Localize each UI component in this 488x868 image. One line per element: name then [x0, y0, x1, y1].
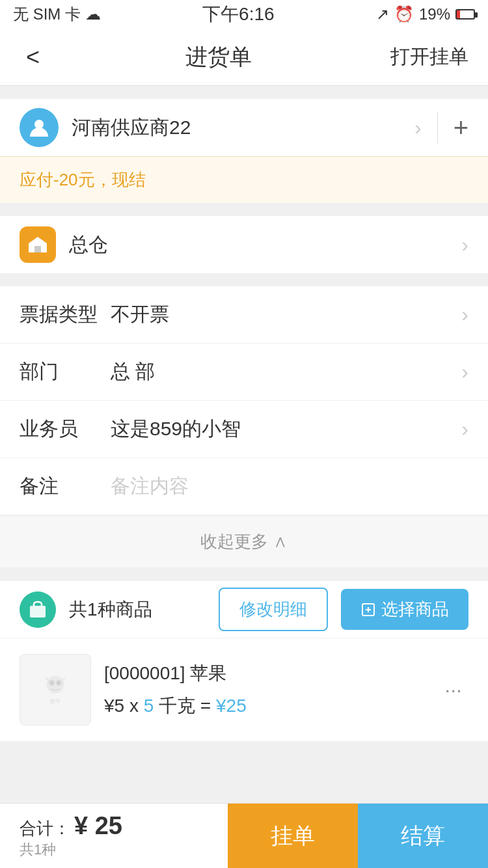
total-amount: ¥ 25	[74, 812, 122, 840]
ticket-type-label: 票据类型	[20, 301, 111, 328]
equals-sign: =	[200, 696, 216, 716]
supplier-divider	[437, 111, 438, 144]
product-section-icon	[20, 591, 56, 628]
salesman-chevron-icon: ›	[461, 417, 468, 441]
svg-point-6	[47, 676, 64, 694]
svg-rect-1	[34, 246, 41, 252]
edit-detail-button[interactable]: 修改明细	[219, 588, 328, 631]
location-icon: ↗	[376, 5, 389, 23]
svg-rect-2	[30, 606, 46, 617]
supplier-notice: 应付-20元，现结	[0, 156, 488, 203]
supplier-name[interactable]: 河南供应商22	[72, 115, 414, 141]
product-count: 共1种商品	[69, 597, 206, 622]
salesman-row[interactable]: 业务员 这是859的小智 ›	[0, 401, 488, 458]
department-row[interactable]: 部门 总 部 ›	[0, 344, 488, 401]
product-thumbnail: 督牛	[20, 654, 91, 726]
product-pricing: ¥5 x 5 千克 = ¥25	[104, 694, 425, 718]
hang-order-button[interactable]: 挂单	[228, 804, 358, 868]
status-bar: 无 SIM 卡 ☁ 下午6:16 ↗ ⏰ 19%	[0, 0, 488, 29]
warehouse-row[interactable]: 总仓 ›	[0, 216, 488, 273]
status-right: ↗ ⏰ 19%	[376, 5, 475, 23]
salesman-value: 这是859的小智	[111, 416, 461, 442]
svg-point-0	[34, 120, 44, 129]
total-sub: 共1种	[20, 840, 208, 860]
ticket-type-chevron-icon: ›	[461, 303, 468, 327]
select-product-button[interactable]: 选择商品	[341, 589, 468, 630]
status-left: 无 SIM 卡 ☁	[13, 4, 101, 25]
section-gap-4	[0, 567, 488, 580]
form-section: 票据类型 不开票 › 部门 总 部 › 业务员 这是859的小智 › 备注 备注…	[0, 286, 488, 515]
section-gap-3	[0, 273, 488, 286]
product-info: [0000001] 苹果 ¥5 x 5 千克 = ¥25	[104, 661, 425, 718]
total-price: ¥25	[216, 696, 247, 716]
svg-point-10	[57, 681, 61, 685]
section-gap-2	[0, 203, 488, 216]
salesman-label: 业务员	[20, 416, 111, 442]
ticket-type-value: 不开票	[111, 301, 461, 328]
status-time: 下午6:16	[202, 2, 275, 27]
supplier-chevron-icon: ›	[414, 116, 422, 140]
section-gap-1	[0, 86, 488, 99]
battery-icon	[455, 9, 475, 20]
department-chevron-icon: ›	[461, 360, 468, 384]
open-pending-button[interactable]: 打开挂单	[390, 44, 468, 70]
product-header: 共1种商品 修改明细 选择商品	[0, 580, 488, 638]
footer-total: 合计： ¥ 25 共1种	[0, 804, 228, 868]
page-title: 进货单	[185, 42, 252, 72]
supplier-row: 河南供应商22 › +	[0, 99, 488, 156]
svg-point-9	[51, 681, 54, 685]
select-product-label: 选择商品	[381, 598, 449, 621]
department-label: 部门	[20, 359, 111, 385]
warehouse-name: 总仓	[69, 232, 461, 258]
warehouse-icon	[20, 226, 56, 263]
alarm-icon: ⏰	[394, 5, 414, 23]
collapse-bar[interactable]: 收起更多 ∧	[0, 515, 488, 567]
ticket-type-row[interactable]: 票据类型 不开票 ›	[0, 286, 488, 344]
multiply-sign: x	[129, 696, 144, 716]
supplier-avatar	[20, 108, 59, 147]
battery-level: 19%	[419, 5, 450, 23]
quantity: 5	[144, 696, 154, 716]
supplier-section: 河南供应商22 › + 应付-20元，现结	[0, 99, 488, 203]
back-button[interactable]: <	[20, 37, 46, 77]
remark-label: 备注	[20, 473, 111, 500]
department-value: 总 部	[111, 359, 461, 385]
svg-text:督牛: 督牛	[49, 698, 61, 705]
product-more-button[interactable]: ···	[438, 671, 468, 709]
product-code: [0000001]	[104, 663, 185, 683]
remark-row[interactable]: 备注 备注内容	[0, 458, 488, 515]
settle-button[interactable]: 结算	[358, 804, 488, 868]
unit-price: ¥5	[104, 696, 124, 716]
product-name: [0000001] 苹果	[104, 661, 425, 686]
product-section: 共1种商品 修改明细 选择商品 督牛	[0, 580, 488, 741]
warehouse-chevron-icon: ›	[461, 233, 468, 257]
warehouse-section: 总仓 ›	[0, 216, 488, 273]
unit: 千克	[159, 696, 195, 716]
add-supplier-button[interactable]: +	[454, 113, 468, 142]
product-item: 督牛 [0000001] 苹果 ¥5 x 5 千克 = ¥25 ···	[0, 638, 488, 741]
product-title-text: 苹果	[190, 663, 226, 683]
remark-value[interactable]: 备注内容	[111, 473, 468, 500]
footer: 合计： ¥ 25 共1种 挂单 结算	[0, 803, 488, 868]
sim-status: 无 SIM 卡 ☁	[13, 4, 101, 25]
nav-bar: < 进货单 打开挂单	[0, 29, 488, 86]
total-label: 合计：	[20, 817, 70, 840]
